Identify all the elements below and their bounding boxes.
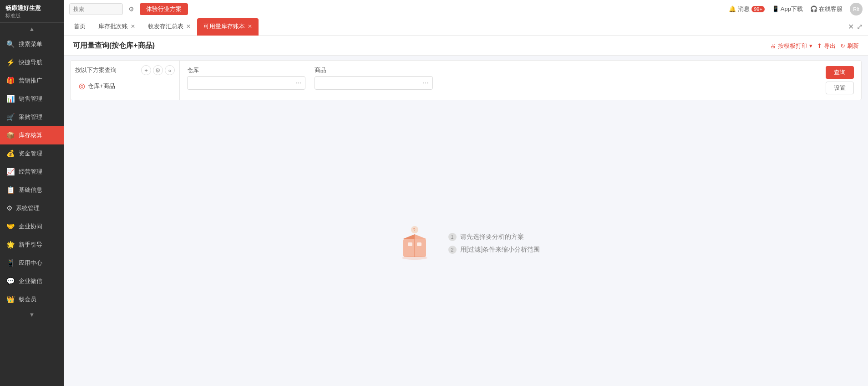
system-icon: ⚙ bbox=[6, 204, 12, 212]
headset-icon: 🎧 bbox=[810, 5, 817, 12]
sidebar-item-label: 快捷导航 bbox=[19, 58, 42, 67]
filter-right: 仓库 ··· 商品 ··· 查询 设置 bbox=[180, 61, 861, 100]
empty-state-content: ? 1 请先选择要分析的方案 2 用[过滤]条件来缩小分析范围 bbox=[392, 221, 540, 266]
refresh-btn[interactable]: ↻ 刷新 bbox=[840, 42, 859, 50]
tab-received-summary[interactable]: 收发存汇总表 ✕ bbox=[142, 18, 197, 36]
wechat-icon: 💬 bbox=[6, 277, 15, 285]
close-icon[interactable]: ✕ bbox=[248, 23, 252, 30]
chevron-down-icon: ▾ bbox=[809, 42, 812, 49]
cooperation-icon: 🤝 bbox=[6, 222, 15, 231]
sidebar-item-label: 应用中心 bbox=[19, 259, 42, 267]
collapse-btn[interactable]: « bbox=[165, 65, 175, 75]
warehouse-input[interactable] bbox=[191, 80, 294, 87]
filter-actions: 查询 设置 bbox=[826, 66, 854, 94]
sidebar-item-label: 系统管理 bbox=[16, 204, 40, 212]
warehouse-input-wrapper[interactable]: ··· bbox=[187, 76, 305, 90]
product-more-icon[interactable]: ··· bbox=[421, 79, 429, 87]
filter-panel: 按以下方案查询 + ⚙ « ◎ 仓库+商品 仓库 bbox=[70, 60, 862, 100]
sidebar-item-system[interactable]: ⚙ 系统管理 bbox=[0, 199, 64, 217]
tab-batch-account[interactable]: 库存批次账 ✕ bbox=[92, 18, 142, 36]
sidebar-scroll-down[interactable]: ▼ bbox=[0, 309, 64, 321]
export-btn[interactable]: ⬆ 导出 bbox=[817, 42, 836, 50]
tab-label: 首页 bbox=[74, 22, 86, 31]
operations-icon: 📈 bbox=[6, 168, 15, 176]
sidebar-scroll-up[interactable]: ▲ bbox=[0, 23, 64, 35]
product-input-wrapper[interactable]: ··· bbox=[315, 76, 433, 90]
printer-icon: 🖨 bbox=[770, 42, 776, 49]
sidebar-item-purchase[interactable]: 🛒 采购管理 bbox=[0, 108, 64, 126]
topbar-right: 🔔 消息 99+ 📱 App下载 🎧 在线客服 Rit bbox=[729, 3, 863, 15]
search-box[interactable] bbox=[69, 3, 123, 15]
filter-left-header: 按以下方案查询 + ⚙ « bbox=[75, 65, 175, 75]
finance-icon: 💰 bbox=[6, 149, 15, 158]
main-area: ⚙ 体验行业方案 🔔 消息 99+ 📱 App下载 🎧 在线客服 Rit 首页 … bbox=[64, 0, 868, 386]
tab-home[interactable]: 首页 bbox=[67, 18, 92, 36]
basic-icon: 📋 bbox=[6, 186, 15, 194]
sidebar-item-search[interactable]: 🔍 搜索菜单 bbox=[0, 35, 64, 53]
sidebar-item-shortcut[interactable]: ⚡ 快捷导航 bbox=[0, 53, 64, 72]
print-template-btn[interactable]: 🖨 按模板打印 ▾ bbox=[770, 42, 812, 50]
shortcut-icon: ⚡ bbox=[6, 58, 15, 67]
online-service-btn[interactable]: 🎧 在线客服 bbox=[810, 5, 843, 13]
settings-button[interactable]: 设置 bbox=[826, 82, 854, 94]
svg-text:?: ? bbox=[413, 228, 416, 233]
app-download-btn[interactable]: 📱 App下载 bbox=[772, 5, 803, 13]
sidebar-item-guide[interactable]: 🌟 新手引导 bbox=[0, 236, 64, 254]
add-scheme-btn[interactable]: + bbox=[141, 65, 151, 75]
page-title: 可用量查询(按仓库+商品) bbox=[73, 41, 155, 51]
svg-marker-1 bbox=[403, 234, 415, 239]
page-content: 可用量查询(按仓库+商品) 🖨 按模板打印 ▾ ⬆ 导出 ↻ 刷新 bbox=[64, 36, 868, 386]
sidebar-item-label: 销售管理 bbox=[19, 95, 42, 103]
expand-icon[interactable]: ⤢ bbox=[857, 22, 863, 31]
sidebar-item-marketing[interactable]: 🎁 营销推广 bbox=[0, 72, 64, 90]
search-icon: 🔍 bbox=[6, 40, 15, 48]
appcenter-icon: 📱 bbox=[6, 259, 15, 267]
avatar[interactable]: Rit bbox=[850, 3, 863, 15]
empty-state: ? 1 请先选择要分析的方案 2 用[过滤]条件来缩小分析范围 bbox=[64, 100, 868, 386]
scheme-label: 仓库+商品 bbox=[88, 82, 115, 90]
tab-label: 库存批次账 bbox=[98, 22, 128, 31]
notification-btn[interactable]: 🔔 消息 99+ bbox=[729, 5, 765, 13]
product-input[interactable] bbox=[319, 80, 421, 87]
sales-icon: 📊 bbox=[6, 95, 15, 103]
sidebar-item-membership[interactable]: 👑 畅会员 bbox=[0, 290, 64, 309]
search-input[interactable] bbox=[73, 6, 119, 12]
page-header: 可用量查询(按仓库+商品) 🖨 按模板打印 ▾ ⬆ 导出 ↻ 刷新 bbox=[64, 36, 868, 56]
sidebar-item-cooperation[interactable]: 🤝 企业协同 bbox=[0, 217, 64, 236]
tab-available-ledger[interactable]: 可用量库存账本 ✕ bbox=[197, 18, 259, 36]
tip-2-num: 2 bbox=[448, 246, 457, 254]
close-icon[interactable]: ✕ bbox=[186, 23, 191, 30]
query-button[interactable]: 查询 bbox=[826, 66, 854, 79]
filter-header-icons: + ⚙ « bbox=[141, 65, 175, 75]
sidebar-item-basic[interactable]: 📋 基础信息 bbox=[0, 181, 64, 199]
sidebar-item-label: 搜索菜单 bbox=[19, 40, 42, 48]
filter-scheme-item[interactable]: ◎ 仓库+商品 bbox=[75, 79, 175, 93]
sidebar-item-appcenter[interactable]: 📱 应用中心 bbox=[0, 254, 64, 272]
sidebar-item-inventory[interactable]: 📦 库存核算 bbox=[0, 126, 64, 144]
sidebar-item-label: 采购管理 bbox=[19, 113, 42, 121]
sidebar-item-operations[interactable]: 📈 经营管理 bbox=[0, 163, 64, 181]
tip-1-text: 请先选择要分析的方案 bbox=[460, 233, 524, 241]
inventory-icon: 📦 bbox=[6, 131, 15, 139]
settings-scheme-btn[interactable]: ⚙ bbox=[153, 65, 163, 75]
tab-label: 可用量库存账本 bbox=[203, 22, 245, 31]
app-logo: 畅康通好生意 标准版 bbox=[0, 0, 64, 23]
filter-left: 按以下方案查询 + ⚙ « ◎ 仓库+商品 bbox=[71, 61, 180, 100]
sidebar-item-sales[interactable]: 📊 销售管理 bbox=[0, 90, 64, 108]
close-icon[interactable]: ✕ bbox=[131, 23, 135, 30]
bell-icon: 🔔 bbox=[729, 5, 736, 12]
marketing-icon: 🎁 bbox=[6, 77, 15, 85]
warehouse-more-icon[interactable]: ··· bbox=[294, 79, 301, 87]
filter-field-product: 商品 ··· bbox=[315, 66, 433, 90]
sidebar-item-label: 新手引导 bbox=[19, 241, 42, 249]
warehouse-label: 仓库 bbox=[187, 66, 305, 74]
empty-illustration: ? bbox=[392, 221, 437, 266]
sidebar-item-wechat[interactable]: 💬 企业微信 bbox=[0, 272, 64, 290]
trial-button[interactable]: 体验行业方案 bbox=[140, 3, 188, 15]
tip-item-2: 2 用[过滤]条件来缩小分析范围 bbox=[448, 246, 540, 254]
sidebar-item-label: 企业微信 bbox=[19, 277, 42, 285]
close-window-icon[interactable]: ✕ bbox=[848, 22, 854, 31]
gear-icon[interactable]: ⚙ bbox=[127, 5, 136, 14]
tip-item-1: 1 请先选择要分析的方案 bbox=[448, 233, 540, 241]
sidebar-item-finance[interactable]: 💰 资金管理 bbox=[0, 144, 64, 163]
